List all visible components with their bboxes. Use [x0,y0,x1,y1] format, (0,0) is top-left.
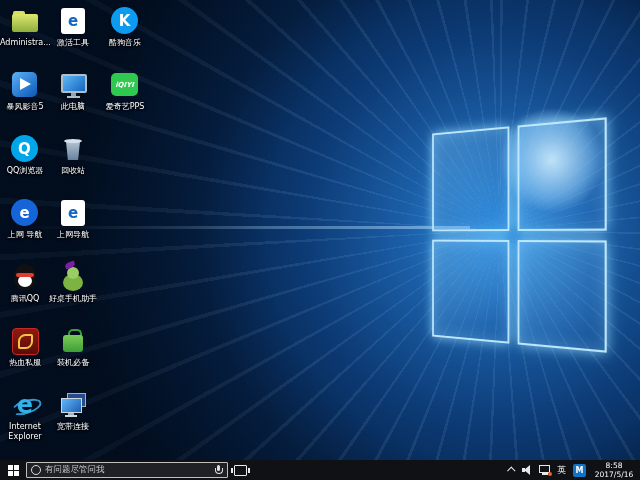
desktop-icon-kugou-music[interactable]: K 酷狗音乐 [98,4,152,68]
icon-label: 酷狗音乐 [100,38,150,48]
desktop-icon-qq-browser[interactable]: Q QQ浏览器 [2,132,48,196]
tray-clock[interactable]: 8:58 2017/5/16 [593,461,635,480]
desktop-icon-iqiyi-pps[interactable]: iQIYI 爱奇艺PPS [98,68,152,132]
phone-assistant-icon [58,262,88,292]
shopping-bag-icon [58,326,88,356]
icon-label: 宽带连接 [48,422,98,432]
icon-label: 上网导航 [48,230,98,240]
desktop-icon-essentials[interactable]: 装机必备 [48,324,98,388]
iqiyi-pps-icon: iQIYI [110,70,140,100]
icon-label: 激活工具 [48,38,98,48]
desktop-icon-this-pc[interactable]: 此电脑 [48,68,98,132]
qq-browser-icon: Q [10,134,40,164]
icon-label: 暴风影音5 [0,102,50,112]
volume-icon[interactable] [522,465,532,475]
internet-nav-icon: e [10,198,40,228]
desktop-icon-tencent-qq[interactable]: 腾讯QQ [2,260,48,324]
desktop-icon-phone-assistant[interactable]: 好桌手机助手 [48,260,98,324]
icon-label: 装机必备 [48,358,98,368]
input-method-badge[interactable]: M [573,464,586,477]
icon-label: QQ浏览器 [0,166,50,176]
taskbar: 有问题尽管问我 英 M 8:58 2017/5/16 [0,460,640,480]
recycle-bin-icon [58,134,88,164]
cortana-icon [31,465,41,475]
icon-label: Internet Explorer [0,422,50,441]
system-tray: 英 M 8:58 2017/5/16 [509,461,640,480]
start-button[interactable] [0,460,26,480]
desktop-icon-recycle-bin[interactable]: 回收站 [48,132,98,196]
desktop-icon-internet-nav-circle[interactable]: e 上网 导航 [2,196,48,260]
network-icon[interactable] [539,465,550,475]
baofeng-player-icon [10,70,40,100]
taskbar-search[interactable]: 有问题尽管问我 [26,462,228,478]
icon-label: 好桌手机助手 [48,294,98,304]
icon-label: 热血私服 [0,358,50,368]
screen: Administra... e 激活工具 K 酷狗音乐 暴风影音5 [0,0,640,480]
activation-tool-icon: e [58,6,88,36]
desktop[interactable]: Administra... e 激活工具 K 酷狗音乐 暴风影音5 [0,0,640,460]
windows-logo-icon [8,465,19,476]
internet-explorer-icon: e [10,390,40,420]
folder-icon [10,6,40,36]
tray-clock-date: 2017/5/16 [595,470,633,479]
desktop-icon-baofeng-player[interactable]: 暴风影音5 [2,68,48,132]
icon-label: 此电脑 [48,102,98,112]
qq-penguin-icon [10,262,40,292]
tray-clock-time: 8:58 [606,461,623,470]
desktop-icon-internet-explorer[interactable]: e Internet Explorer [2,388,48,452]
task-view-icon [234,465,247,476]
desktop-icon-internet-nav-tile[interactable]: e 上网导航 [48,196,98,260]
ime-indicator[interactable]: 英 [557,464,566,477]
desktop-icon-rexue-game[interactable]: 热血私服 [2,324,48,388]
this-pc-icon [58,70,88,100]
internet-nav-tile-icon: e [58,198,88,228]
desktop-icon-administrator[interactable]: Administra... [2,4,48,68]
task-view-button[interactable] [228,460,252,480]
icon-label: 腾讯QQ [0,294,50,304]
icon-label: Administra... [0,38,50,48]
icon-label: 爱奇艺PPS [100,102,150,112]
desktop-icon-broadband[interactable]: 宽带连接 [48,388,98,452]
icon-label: 上网 导航 [0,230,50,240]
icon-label: 回收站 [48,166,98,176]
rexue-game-icon [10,326,40,356]
broadband-connection-icon [58,390,88,420]
desktop-icon-grid: Administra... e 激活工具 K 酷狗音乐 暴风影音5 [2,4,152,452]
kugou-music-icon: K [110,6,140,36]
hidden-icons-chevron[interactable] [507,466,515,474]
notification-dot [548,472,552,476]
microphone-icon[interactable] [214,465,223,476]
search-placeholder: 有问题尽管问我 [45,464,210,476]
desktop-icon-activation-tool[interactable]: e 激活工具 [48,4,98,68]
